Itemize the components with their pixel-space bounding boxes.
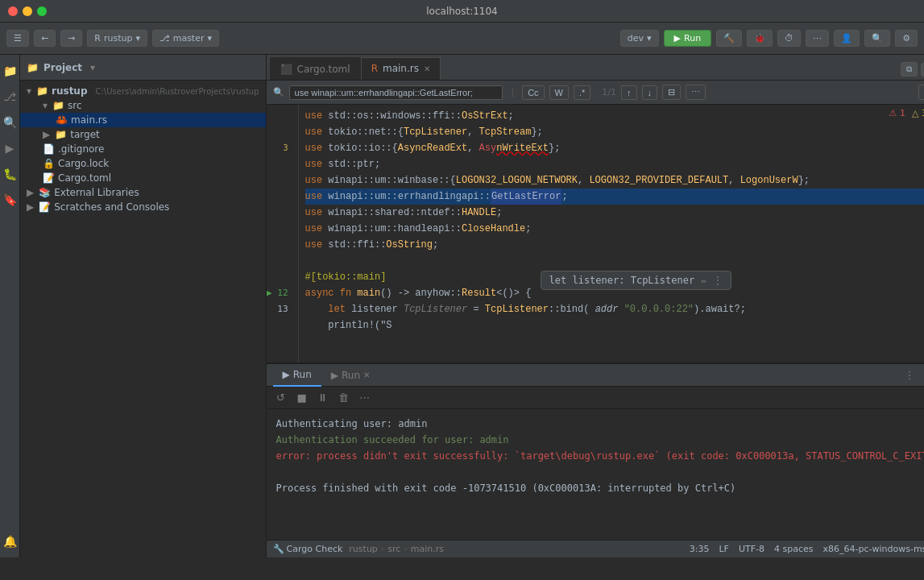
indent[interactable]: 4 spaces (774, 544, 814, 554)
next-result-button[interactable]: ↓ (642, 85, 658, 100)
gutter-line-11 (267, 269, 293, 285)
project-selector[interactable]: R rustup ▾ (87, 30, 147, 47)
notification-icon[interactable]: 🔔 (0, 532, 19, 551)
panel-more-button[interactable]: ⋮ (901, 367, 918, 383)
tab2-close[interactable]: ✕ (363, 371, 370, 379)
position-label: 3:35 (690, 544, 710, 554)
more-button[interactable]: ⋯ (806, 30, 829, 47)
search-word-button[interactable]: W (549, 85, 569, 100)
more-run-options[interactable]: ⋯ (357, 390, 373, 406)
run-icon[interactable]: ▶ (0, 139, 19, 158)
settings-button[interactable]: ⚙ (895, 30, 918, 47)
forward-button[interactable]: → (60, 30, 82, 47)
maximize-button[interactable] (37, 6, 47, 16)
indent-label: 4 spaces (774, 544, 814, 554)
breadcrumb-src[interactable]: src (387, 544, 400, 554)
output-line-5: Process finished with exit code -1073741… (276, 480, 924, 496)
tree-item-mainrs[interactable]: 🦀 main.rs (20, 113, 266, 127)
commit-icon[interactable]: ⎇ (0, 87, 19, 106)
bottom-tab-run1[interactable]: ▶ Run (273, 364, 321, 387)
line-ending[interactable]: LF (719, 544, 728, 554)
breadcrumb: rustup › src › main.rs (349, 544, 444, 554)
minimize-button[interactable] (23, 6, 32, 16)
expand-icon: ▾ (27, 85, 31, 97)
filter-button[interactable]: ⊟ (662, 85, 681, 100)
tree-item-rustup[interactable]: ▾ 📁 rustup C:\Users\admin\RustroverProje… (20, 84, 266, 98)
platform[interactable]: x86_64-pc-windows-msvc (823, 544, 925, 554)
find-icon[interactable]: 🔍 (0, 113, 19, 132)
hamburger-menu[interactable]: ☰ (6, 30, 29, 47)
search-input[interactable] (289, 85, 503, 100)
pause-button[interactable]: ⏸ (315, 390, 331, 406)
platform-label: x86_64-pc-windows-msvc (823, 544, 925, 554)
project-panel-chevron[interactable]: ▾ (90, 62, 95, 73)
code-editor[interactable]: 3 ▶ 12 13 use std::os::windows::ffi::OsS… (267, 105, 924, 362)
search-button[interactable]: 🔍 (864, 30, 890, 47)
project-icon[interactable]: 📁 (0, 61, 19, 81)
run-tab-label: Run (293, 369, 312, 380)
stop-button[interactable]: ■ (294, 390, 310, 406)
prev-result-button[interactable]: ↑ (621, 85, 637, 100)
tree-item-external-libs[interactable]: ▶ 📚 External Libraries (20, 185, 266, 200)
cursor-position[interactable]: 3:35 (690, 544, 710, 554)
code-line-13: let listener TcpListener = TcpListener::… (305, 301, 924, 317)
breadcrumb-rustup[interactable]: rustup (349, 544, 378, 554)
tree-item-cargotoml[interactable]: 📝 Cargo.toml (20, 171, 266, 185)
tree-item-cargolock[interactable]: 🔒 Cargo.lock (20, 156, 266, 171)
more-options-button[interactable]: ⋯ (686, 85, 706, 100)
edit-tooltip-icon[interactable]: ✏ (701, 275, 706, 286)
build-button[interactable]: 🔨 (716, 30, 742, 47)
panel-hide-button[interactable]: ─ (921, 367, 924, 383)
tree-item-target[interactable]: ▶ 📁 target (20, 127, 266, 142)
code-line-8: use winapi::um::handleapi::CloseHandle; (305, 221, 924, 237)
bookmark-icon[interactable]: 🔖 (0, 190, 19, 209)
search-icon: 🔍 (273, 87, 284, 97)
breadcrumb-mainrs[interactable]: main.rs (411, 544, 444, 554)
error-badge: ⚠ 1 △ 3 (889, 108, 924, 118)
project-chevron: ▾ (135, 33, 140, 44)
bottom-tab-run2[interactable]: ▶ Run ✕ (321, 364, 380, 387)
close-search-button[interactable]: ✕ (918, 85, 924, 100)
run-button[interactable]: ▶ Run (664, 30, 712, 47)
code-line-15 (305, 334, 924, 350)
tab-main-rs[interactable]: R main.rs ✕ (361, 57, 441, 80)
tree-label: External Libraries (54, 187, 139, 198)
clear-button[interactable]: 🗑 (336, 390, 352, 406)
tree-label: Scratches and Consoles (54, 201, 169, 213)
tree-item-scratches[interactable]: ▶ 📝 Scratches and Consoles (20, 200, 266, 214)
tab-actions: ⧉ ⋯ (901, 62, 924, 77)
code-content[interactable]: use std::os::windows::ffi::OsStrExt; use… (299, 105, 924, 362)
cargo-check-status[interactable]: 🔧 Cargo Check (273, 544, 343, 554)
tree-label: Cargo.lock (58, 158, 109, 169)
search-result-count: 1/1 (602, 87, 616, 97)
encoding[interactable]: UTF-8 (739, 544, 764, 554)
profile-button[interactable]: ⏱ (777, 30, 801, 47)
tooltip-text: let listener: TcpListener (549, 275, 695, 286)
restart-button[interactable]: ↺ (273, 390, 289, 406)
tab-close-icon[interactable]: ✕ (424, 64, 430, 73)
code-line-5: use winapi::um::winbase::{LOGON32_LOGON_… (305, 172, 924, 188)
code-line-1: use std::os::windows::ffi::OsStrExt; (305, 108, 924, 124)
split-editor-button[interactable]: ⧉ (901, 62, 918, 77)
more-tabs-button[interactable]: ⋯ (921, 63, 924, 77)
debug-icon[interactable]: 🐛 (0, 164, 19, 184)
debug-button[interactable]: 🐞 (747, 30, 773, 47)
tab-cargo-toml[interactable]: ⬛ Cargo.toml (270, 57, 361, 80)
tree-item-src[interactable]: ▾ 📁 src (20, 98, 266, 113)
account-button[interactable]: 👤 (834, 30, 860, 47)
branch-selector[interactable]: ⎇ master ▾ (152, 30, 219, 47)
search-regex-button[interactable]: .* (574, 85, 590, 100)
status-left: 🔧 Cargo Check rustup › src › main.rs (273, 544, 444, 554)
tree-item-gitignore[interactable]: 📄 .gitignore (20, 142, 266, 156)
gutter-line-13: 13 (267, 301, 293, 317)
dev-label: dev (628, 33, 644, 44)
window-title: localhost:1104 (426, 6, 497, 17)
close-button[interactable] (8, 6, 18, 16)
dev-selector[interactable]: dev ▾ (620, 30, 659, 47)
gutter-line-8 (267, 221, 293, 237)
project-panel-title: Project (44, 62, 82, 73)
titlebar: localhost:1104 (0, 0, 924, 23)
back-button[interactable]: ← (34, 30, 56, 47)
more-tooltip-icon[interactable]: ⋮ (713, 275, 723, 286)
search-case-button[interactable]: Cc (522, 85, 544, 100)
